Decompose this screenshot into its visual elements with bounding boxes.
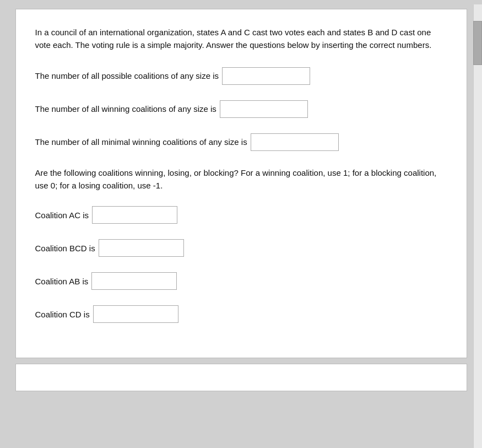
coalition-bcd-input[interactable] <box>99 239 184 257</box>
coalition-bcd-row: Coalition BCD is <box>35 239 447 257</box>
coalition-cd-label: Coalition CD is <box>35 310 90 319</box>
scrollbar-thumb[interactable] <box>473 21 482 65</box>
coalition-ac-row: Coalition AC is <box>35 206 447 224</box>
winning-coalitions-row: The number of all winning coalitions of … <box>35 100 447 118</box>
scrollbar-track <box>473 4 482 448</box>
coalition-ac-input[interactable] <box>92 206 177 224</box>
main-content-card: In a council of an international organiz… <box>15 9 467 358</box>
winning-coalitions-label: The number of all winning coalitions of … <box>35 104 216 114</box>
minimal-winning-coalitions-input[interactable] <box>251 133 339 151</box>
coalition-ac-label: Coalition AC is <box>35 210 89 220</box>
coalition-bcd-label: Coalition BCD is <box>35 244 95 253</box>
winning-coalitions-input[interactable] <box>220 100 308 118</box>
coalition-instructions: Are the following coalitions winning, lo… <box>35 166 447 192</box>
coalition-ab-input[interactable] <box>91 272 177 290</box>
bottom-card <box>15 364 467 391</box>
coalition-cd-input[interactable] <box>93 305 178 323</box>
minimal-winning-coalitions-row: The number of all minimal winning coalit… <box>35 133 447 151</box>
intro-paragraph: In a council of an international organiz… <box>35 26 447 52</box>
coalition-cd-row: Coalition CD is <box>35 305 447 323</box>
coalition-ab-row: Coalition AB is <box>35 272 447 290</box>
minimal-winning-coalitions-label: The number of all minimal winning coalit… <box>35 137 247 147</box>
possible-coalitions-row: The number of all possible coalitions of… <box>35 67 447 85</box>
possible-coalitions-label: The number of all possible coalitions of… <box>35 71 219 80</box>
coalition-ab-label: Coalition AB is <box>35 277 89 286</box>
possible-coalitions-input[interactable] <box>222 67 310 85</box>
